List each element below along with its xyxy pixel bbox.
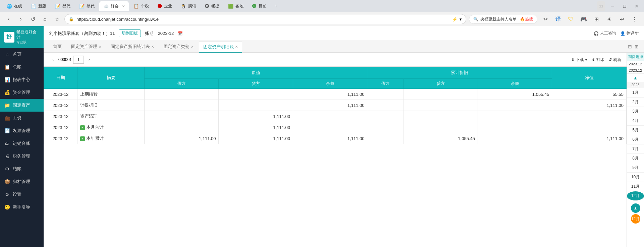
sidebar-item-closing[interactable]: ⚙ 结账 (0, 163, 44, 175)
shield-tool[interactable]: 🛡 (566, 14, 576, 24)
expand-icon[interactable]: ⊞ (635, 44, 639, 49)
search-box[interactable]: 🔍 央视更新主持人名单 🔥热搜 (469, 15, 537, 24)
refresh-button[interactable]: ↺ (28, 14, 38, 24)
period-month-10[interactable]: 10月 (627, 173, 644, 182)
period-month-8[interactable]: 8月 (627, 154, 644, 163)
period-start-date[interactable]: 2023.12 (627, 61, 644, 67)
period-month-12[interactable]: 12月 (627, 191, 644, 201)
grid-tool[interactable]: ⊞ (591, 14, 602, 24)
main-content: 刘小艳演示账套（勿删勿动！）11 切到旧版 账期 2023-12 📅 🎧 人工咨… (44, 26, 644, 247)
months-container: 1月2月3月4月5月6月7月8月9月10月11月12月 (627, 88, 644, 201)
period-month-2[interactable]: 2月 (627, 98, 644, 107)
close-window-button[interactable]: ✕ (632, 1, 641, 11)
dropdown-icon[interactable]: ▾ (460, 17, 462, 22)
new-tab-button[interactable]: + (271, 1, 281, 11)
sidebar-item-fixed[interactable]: 📁 固定资产 (0, 99, 44, 112)
brightness-tool[interactable]: ☀ (604, 14, 614, 24)
translate-tool[interactable]: 译 (553, 14, 564, 24)
browser-tab-geshui[interactable]: 📋 个税 (129, 1, 153, 11)
settings-icon: ⚙ (4, 192, 10, 197)
bookmark-button[interactable]: ☆ (52, 14, 62, 24)
extension-icon-1[interactable]: ⚡ (452, 17, 458, 22)
next-page-button[interactable]: › (85, 56, 93, 64)
browser-tab-haohui[interactable]: ☁️ 好会 ✕ (99, 1, 129, 11)
tab-home[interactable]: 首页 (49, 42, 66, 52)
browser-tab-yidai2[interactable]: 📝 易代 (75, 1, 99, 11)
collapse-icon[interactable]: ⊟ (628, 44, 632, 49)
cell-leiji-debit (367, 100, 404, 111)
refresh-toolbar-button[interactable]: ↺ 刷新 (608, 57, 621, 63)
tab-close-fixed-mgmt[interactable]: ✕ (99, 45, 101, 49)
tab-count-badge[interactable]: 11 (597, 1, 605, 11)
sidebar-item-tax[interactable]: 🖨 税务管理 (0, 150, 44, 163)
cell-net-value: 1,111.00 (552, 100, 627, 111)
period-month-7[interactable]: 7月 (627, 144, 644, 154)
back-button[interactable]: ‹ (4, 14, 13, 24)
tab-fixed-detail[interactable]: 固定资产明细账 ✕ (199, 42, 242, 53)
minimize-button[interactable]: ─ (608, 1, 617, 11)
sidebar-item-ledger[interactable]: 📋 总账 (0, 61, 44, 73)
logo-icon: 好 (4, 32, 14, 43)
address-input[interactable]: 🔒 https://cloud.chanjet.com/accounting/u… (64, 14, 466, 24)
browser-tab-online[interactable]: 🌐 在线 (3, 1, 26, 11)
switch-version-button[interactable]: 切到旧版 (119, 29, 141, 37)
calendar-icon[interactable]: 📅 (178, 31, 183, 36)
menu-button[interactable]: ⋮ (629, 14, 640, 24)
period-month-11[interactable]: 11月 (627, 182, 644, 191)
maximize-button[interactable]: □ (620, 1, 629, 11)
browser-tab-changjie[interactable]: 🅜 畅捷 (201, 1, 223, 11)
browser-tab-tengxun[interactable]: 🐧 腾讯 (177, 1, 200, 11)
period-month-1[interactable]: 1月 (627, 88, 644, 98)
prev-page-button[interactable]: ‹ (49, 56, 57, 64)
forward-button[interactable]: › (16, 14, 25, 24)
page-input[interactable] (73, 56, 84, 64)
scissors-tool[interactable]: ✂ (540, 14, 551, 24)
browser-tab-new[interactable]: 📄 新版 (27, 1, 50, 11)
browser-tab-gedi[interactable]: 🟩 各地 (224, 1, 248, 11)
period-month-3[interactable]: 3月 (627, 107, 644, 116)
undo-tool[interactable]: ↩ (616, 14, 627, 24)
game-tool[interactable]: 🎮 (578, 14, 589, 24)
cell-leiji-debit (367, 122, 404, 133)
user-button[interactable]: 👤 徐译华 (620, 30, 639, 36)
col-leiji-credit: 贷方 (404, 79, 478, 89)
period-month-4[interactable]: 4月 (627, 116, 644, 126)
sidebar-item-reports-label: 报表中心 (13, 77, 30, 83)
period-up-scroll[interactable]: ▲ (631, 203, 640, 213)
support-button[interactable]: 🎧 人工咨询 (594, 30, 616, 36)
cell-desc: +本年累计 (77, 133, 145, 144)
period-active-month[interactable]: 12月 (631, 214, 640, 224)
tab-fixed-dep[interactable]: 固定资产折旧统计表 ✕ (107, 42, 158, 52)
period-up-button[interactable]: ▲ (627, 74, 644, 82)
period-end-date[interactable]: 2023.12 (627, 67, 644, 74)
download-button[interactable]: ⬇ 下载 ▾ (571, 57, 587, 63)
home-nav-button[interactable]: ⌂ (40, 14, 50, 24)
tab-close-fixed-cat[interactable]: ✕ (191, 45, 194, 49)
sidebar-logo: 好 畅捷通好会计 专业版 (0, 26, 44, 48)
cell-net-value (552, 122, 627, 133)
sidebar-item-home[interactable]: ⌂ 首页 (0, 48, 44, 61)
period-month-9[interactable]: 9月 (627, 163, 644, 173)
sidebar-item-reports[interactable]: 📊 报表中心 (0, 73, 44, 86)
sidebar-item-archive[interactable]: 📦 归档管理 (0, 175, 44, 188)
sidebar-item-settings[interactable]: ⚙ 设置 (0, 188, 44, 201)
tab-close-fixed-detail[interactable]: ✕ (235, 45, 238, 49)
sidebar-item-purchase[interactable]: 🗂 进销台账 (0, 137, 44, 150)
period-month-6[interactable]: 6月 (627, 135, 644, 144)
sidebar-item-invoice[interactable]: 🧾 发票管理 (0, 124, 44, 137)
period-month-5[interactable]: 5月 (627, 126, 644, 135)
browser-tab-muqian[interactable]: 🅢 目前 (248, 1, 271, 11)
sidebar-item-funds[interactable]: 💰 资金管理 (0, 86, 44, 99)
sidebar-item-payroll-label: 工资 (13, 115, 21, 121)
sidebar-item-payroll[interactable]: 💼 工资 (0, 112, 44, 124)
col-leiji-debit: 借方 (367, 79, 404, 89)
print-button[interactable]: 🖨 打印 (591, 57, 604, 63)
sidebar-item-guide[interactable]: 🙂 新手引导 (0, 201, 44, 213)
col-yuanzhi-debit: 借方 (145, 79, 219, 89)
cell-leiji-credit (404, 89, 478, 100)
tab-close-fixed-dep[interactable]: ✕ (151, 45, 154, 49)
tab-fixed-cat[interactable]: 固定资产类别 ✕ (159, 42, 198, 52)
tab-fixed-mgmt[interactable]: 固定资产管理 ✕ (67, 42, 105, 52)
browser-tab-yidai1[interactable]: 📝 易代 (51, 1, 74, 11)
browser-tab-qiye[interactable]: 🅒 企业 (154, 1, 176, 11)
